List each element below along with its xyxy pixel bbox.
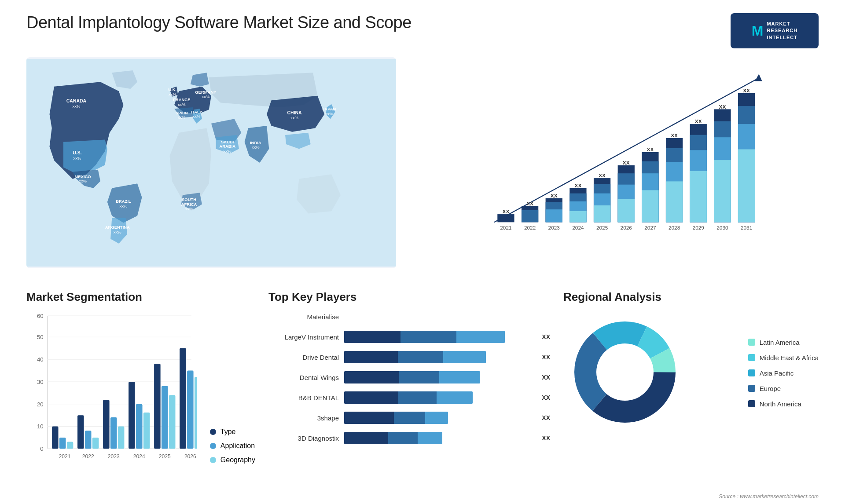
svg-text:xx%: xx% xyxy=(252,145,260,150)
svg-rect-77 xyxy=(714,160,731,222)
seg-svg-container: 0 10 20 30 40 50 60 xyxy=(26,310,197,477)
legend-label-europe: Europe xyxy=(760,385,781,392)
svg-rect-42 xyxy=(546,209,562,222)
regional-legend-north-america: North America xyxy=(748,400,819,408)
player-row-drive: Drive Dental XX xyxy=(268,351,550,363)
svg-rect-124 xyxy=(136,404,143,449)
svg-rect-117 xyxy=(92,438,99,449)
legend-dot-north-america xyxy=(748,400,755,407)
svg-text:BRAZIL: BRAZIL xyxy=(116,199,131,204)
svg-rect-82 xyxy=(738,150,755,223)
player-label-3shape: XX xyxy=(542,414,550,421)
svg-rect-132 xyxy=(187,371,194,449)
legend-geography-label: Geography xyxy=(220,456,255,464)
svg-rect-116 xyxy=(85,431,92,449)
svg-text:XX: XX xyxy=(647,146,654,153)
logo-text: MARKET RESEARCH INTELLECT xyxy=(767,21,797,41)
svg-text:MEXICO: MEXICO xyxy=(74,174,91,179)
svg-text:2021: 2021 xyxy=(59,453,71,460)
players-section: Top Key Players Materialise LargeV Instr… xyxy=(268,286,550,462)
svg-text:2031: 2031 xyxy=(741,225,752,231)
player-row-bb: B&B DENTAL XX xyxy=(268,391,550,404)
svg-rect-113 xyxy=(67,442,73,449)
svg-text:2028: 2028 xyxy=(669,225,680,231)
player-name-drive: Drive Dental xyxy=(268,354,339,361)
svg-text:xx%: xx% xyxy=(224,149,231,153)
player-label-drive: XX xyxy=(542,354,550,361)
svg-text:2024: 2024 xyxy=(133,453,145,460)
svg-text:xx%: xx% xyxy=(120,204,128,208)
segmentation-section: Market Segmentation 0 10 20 xyxy=(26,286,255,462)
seg-svg: 0 10 20 30 40 50 60 xyxy=(26,310,197,475)
player-row-dental-wings: Dental Wings XX xyxy=(268,371,550,383)
svg-rect-57 xyxy=(618,199,635,222)
svg-rect-115 xyxy=(77,415,84,449)
seg-legend: Type Application Geography xyxy=(210,428,255,477)
svg-text:2029: 2029 xyxy=(693,225,705,231)
player-label-3d-diagnostix: XX xyxy=(542,435,550,442)
svg-text:XX: XX xyxy=(623,160,630,166)
svg-text:SOUTH: SOUTH xyxy=(182,197,196,202)
svg-rect-112 xyxy=(59,438,66,449)
player-bar-3d-diagnostix xyxy=(344,432,533,444)
svg-text:SAUDI: SAUDI xyxy=(221,139,234,144)
svg-rect-129 xyxy=(169,395,176,449)
svg-point-140 xyxy=(597,344,653,400)
svg-text:XX: XX xyxy=(599,172,606,179)
svg-text:2025: 2025 xyxy=(159,453,171,460)
svg-rect-120 xyxy=(110,417,117,449)
svg-rect-52 xyxy=(594,205,610,222)
player-bar-materialise xyxy=(344,310,550,323)
source-text: Source : www.marketresearchintellect.com xyxy=(719,493,819,500)
svg-rect-133 xyxy=(195,377,197,449)
legend-geography-dot xyxy=(210,457,216,463)
svg-text:0: 0 xyxy=(40,446,43,452)
player-label-bb: XX xyxy=(542,394,550,401)
regional-title: Regional Analysis xyxy=(563,290,819,304)
regional-legend-latin-america: Latin America xyxy=(748,339,819,346)
player-row-3shape: 3shape XX xyxy=(268,412,550,424)
player-bar-dental-wings xyxy=(344,371,533,383)
world-map-svg: CANADA xx% U.S. xx% MEXICO xx% BRAZIL xx… xyxy=(26,57,396,268)
player-row-materialise: Materialise xyxy=(268,310,550,323)
logo-area: M MARKET RESEARCH INTELLECT xyxy=(731,13,819,48)
svg-text:10: 10 xyxy=(37,423,44,430)
svg-text:XX: XX xyxy=(526,201,533,207)
player-name-bb: B&B DENTAL xyxy=(268,394,339,402)
legend-type: Type xyxy=(210,428,255,436)
player-name-3shape: 3shape xyxy=(268,414,339,422)
regional-section: Regional Analysis xyxy=(563,286,819,462)
page-title: Dental Implantology Software Market Size… xyxy=(26,13,411,32)
top-section: CANADA xx% U.S. xx% MEXICO xx% BRAZIL xx… xyxy=(26,57,819,268)
player-row-largev: LargeV Instrument XX xyxy=(268,331,550,343)
svg-text:XX: XX xyxy=(575,183,582,189)
legend-type-label: Type xyxy=(220,428,236,436)
svg-text:xx%: xx% xyxy=(72,104,80,109)
svg-text:2022: 2022 xyxy=(82,453,94,460)
svg-text:XX: XX xyxy=(719,104,726,110)
player-label-dental-wings: XX xyxy=(542,374,550,381)
svg-text:xx%: xx% xyxy=(192,114,200,119)
legend-label-asia-pacific: Asia Pacific xyxy=(760,369,794,377)
legend-dot-europe xyxy=(748,385,755,392)
donut-container xyxy=(563,310,735,435)
svg-text:2021: 2021 xyxy=(500,225,511,231)
svg-text:2022: 2022 xyxy=(524,225,536,231)
bottom-section: Market Segmentation 0 10 20 xyxy=(26,286,819,462)
svg-text:XX: XX xyxy=(551,193,558,199)
svg-text:30: 30 xyxy=(37,379,44,385)
svg-text:xx%: xx% xyxy=(169,92,176,97)
svg-text:xx%: xx% xyxy=(290,115,298,120)
legend-label-middle-east: Middle East & Africa xyxy=(760,354,819,362)
svg-rect-35 xyxy=(497,214,514,222)
svg-text:2030: 2030 xyxy=(716,225,728,231)
svg-text:2026: 2026 xyxy=(184,453,196,460)
player-bar-largev xyxy=(344,331,533,343)
svg-rect-67 xyxy=(666,181,683,222)
svg-rect-131 xyxy=(180,348,186,449)
segmentation-title: Market Segmentation xyxy=(26,290,255,304)
logo-box: M MARKET RESEARCH INTELLECT xyxy=(731,13,819,48)
svg-rect-123 xyxy=(129,382,135,449)
player-bar-drive xyxy=(344,351,533,363)
svg-text:2027: 2027 xyxy=(644,225,656,231)
